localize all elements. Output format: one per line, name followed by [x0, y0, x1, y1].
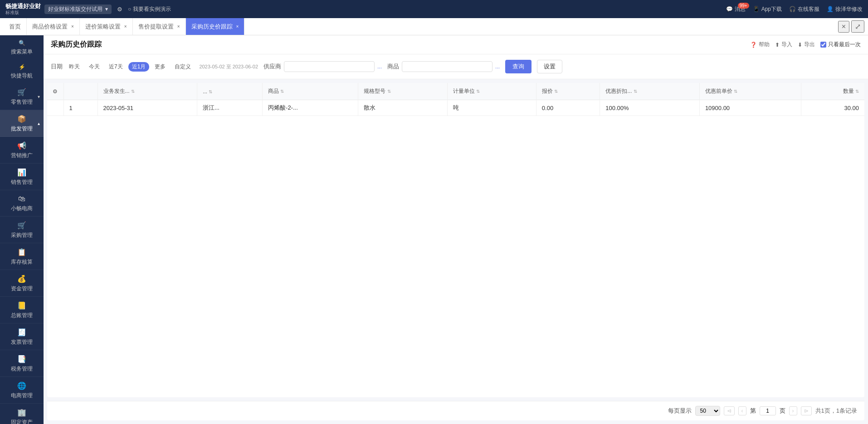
- only-last-checkbox-label[interactable]: 只看最后一次: [820, 41, 861, 48]
- top-bar-right: 💬 消息 99+ 📱 App下载 🎧 在线客服 👤 徐泽华修改: [726, 5, 863, 13]
- sidebar-item-nav[interactable]: ⚡ 快捷导航: [0, 59, 44, 83]
- tab-purchase-strategy-close[interactable]: ×: [124, 24, 127, 29]
- col-more[interactable]: ... ⇅: [197, 83, 263, 100]
- tab-price-label: 商品价格设置: [32, 23, 68, 31]
- tab-maximize-btn[interactable]: ⤢: [851, 20, 864, 33]
- col-unit[interactable]: 计量单位 ⇅: [447, 83, 536, 100]
- sidebar-item-sales[interactable]: 📊 销售管理: [0, 164, 44, 190]
- sidebar-item-small-ecommerce[interactable]: 🛍 小畅电商: [0, 190, 44, 217]
- sidebar-item-finance[interactable]: 💰 资金管理: [0, 270, 44, 297]
- row-biz-date: 2023-05-31: [98, 100, 197, 116]
- purchase-icon: 🛒: [17, 221, 26, 230]
- supplier-more-btn[interactable]: ...: [377, 63, 382, 70]
- goods-input[interactable]: [402, 61, 493, 72]
- sidebar-item-invoice[interactable]: 🧾 发票管理: [0, 323, 44, 350]
- tab-purchase-strategy[interactable]: 进价策略设置 ×: [80, 18, 133, 35]
- export-btn[interactable]: ⬇ 导出: [798, 41, 815, 48]
- sidebar-item-ecommerce[interactable]: 🌐 电商管理: [0, 377, 44, 404]
- date-option-yesterday[interactable]: 昨天: [65, 62, 83, 72]
- sidebar-item-inventory[interactable]: 📋 库存核算: [0, 243, 44, 270]
- tab-sale-extract-close[interactable]: ×: [177, 24, 180, 29]
- page-title: 采购历史价跟踪: [51, 40, 102, 49]
- chevron-up-icon: ▴: [38, 121, 40, 126]
- edition-selector[interactable]: 好业财标准版交付试用 ▾: [44, 5, 112, 14]
- sidebar-ecommerce-label: 电商管理: [11, 392, 33, 400]
- date-option-custom[interactable]: 自定义: [171, 62, 195, 72]
- col-goods[interactable]: 商品 ⇅: [263, 83, 358, 100]
- supplier-filter-group: 供应商 ...: [263, 61, 382, 72]
- demo-btn[interactable]: ○ 我要看实例演示: [128, 5, 171, 13]
- col-pre-discount-price[interactable]: 优惠前单价 ⇅: [699, 83, 801, 100]
- search-icon: 🔍: [19, 40, 25, 46]
- sidebar-retail-label: 零售管理: [11, 98, 33, 106]
- sidebar-item-tax[interactable]: 📑 税务管理: [0, 350, 44, 377]
- tab-history-price-label: 采购历史价跟踪: [191, 23, 233, 31]
- tab-sale-extract[interactable]: 售价提取设置 ×: [133, 18, 186, 35]
- goods-more-btn[interactable]: ...: [495, 63, 500, 70]
- date-option-7days[interactable]: 近7天: [105, 62, 127, 72]
- goods-filter-label: 商品: [387, 63, 399, 71]
- sidebar-finance-label: 资金管理: [11, 285, 33, 293]
- settings-icon-btn[interactable]: ⚙: [115, 4, 124, 14]
- sidebar-item-marketing[interactable]: 📢 营销推广: [0, 137, 44, 164]
- tab-history-price[interactable]: 采购历史价跟踪 ×: [186, 18, 245, 35]
- date-option-1month[interactable]: 近1月: [128, 62, 150, 72]
- row-discount: 100.00%: [600, 100, 700, 116]
- fixed-assets-icon: 🏢: [17, 408, 26, 417]
- demo-label: 我要看实例演示: [133, 5, 171, 13]
- page-prev-btn[interactable]: ‹: [738, 406, 746, 415]
- import-btn[interactable]: ⬆ 导入: [775, 41, 792, 48]
- tax-icon: 📑: [17, 355, 26, 363]
- tab-purchase-strategy-label: 进价策略设置: [85, 23, 121, 31]
- date-option-today[interactable]: 今天: [85, 62, 103, 72]
- user-menu[interactable]: 👤 徐泽华修改: [827, 5, 863, 13]
- sidebar-marketing-label: 营销推广: [11, 152, 33, 159]
- date-option-more[interactable]: 更多: [151, 62, 169, 72]
- col-spec[interactable]: 规格型号 ⇅: [358, 83, 447, 100]
- supplier-input[interactable]: [284, 61, 375, 72]
- tab-home[interactable]: 首页: [4, 18, 27, 35]
- inventory-icon: 📋: [17, 248, 26, 256]
- page-header: 采购历史价跟踪 ❓ 帮助 ⬆ 导入 ⬇ 导出 只看最后一次: [44, 35, 868, 54]
- page-total: 共1页，1条记录: [815, 407, 857, 415]
- accounting-icon: 📒: [17, 301, 26, 310]
- sidebar-item-wholesale[interactable]: 📦 批发管理 ▴: [0, 110, 44, 137]
- tab-history-price-close[interactable]: ×: [236, 24, 239, 29]
- tab-price-close[interactable]: ×: [71, 24, 74, 29]
- col-quote[interactable]: 报价 ⇅: [536, 83, 600, 100]
- page-last-btn[interactable]: ⊳: [801, 406, 812, 415]
- col-biz-date[interactable]: 业务发生... ⇅: [98, 83, 197, 100]
- online-service-btn[interactable]: 🎧 在线客服: [789, 5, 819, 13]
- sidebar-item-fixed-assets[interactable]: 🏢 固定资产: [0, 404, 44, 424]
- filter-settings-btn[interactable]: 设置: [537, 60, 562, 73]
- col-quantity[interactable]: 数量 ⇅: [801, 83, 864, 100]
- only-last-checkbox[interactable]: [820, 42, 826, 48]
- col-discount[interactable]: 优惠折扣... ⇅: [600, 83, 700, 100]
- page-first-btn[interactable]: ⊲: [724, 406, 735, 415]
- help-btn[interactable]: ❓ 帮助: [750, 41, 770, 48]
- tab-close-window-btn[interactable]: ×: [838, 21, 849, 33]
- query-btn[interactable]: 查询: [505, 60, 532, 73]
- message-icon: 💬: [726, 6, 733, 12]
- messages-btn[interactable]: 💬 消息 99+: [726, 5, 746, 13]
- per-page-select[interactable]: 10 20 50 100: [695, 406, 720, 416]
- app-edition: 标准版: [5, 10, 41, 15]
- headset-icon: 🎧: [789, 6, 796, 12]
- table-header-row: ⚙ 业务发生... ⇅ ... ⇅ 商品 ⇅: [47, 83, 864, 100]
- sidebar-item-accounting[interactable]: 📒 总账管理: [0, 297, 44, 323]
- sidebar-item-purchase[interactable]: 🛒 采购管理: [0, 217, 44, 243]
- sidebar-item-retail[interactable]: 🛒 零售管理 ▾: [0, 83, 44, 110]
- sidebar-nav-label: 快捷导航: [11, 72, 33, 80]
- sort-goods-icon: ⇅: [280, 89, 284, 94]
- row-spec: 散水: [358, 100, 447, 116]
- tab-price[interactable]: 商品价格设置 ×: [27, 18, 80, 35]
- page-next-btn[interactable]: ›: [789, 406, 797, 415]
- col-gear[interactable]: ⚙: [47, 83, 63, 100]
- finance-icon: 💰: [17, 275, 26, 283]
- col-index: [63, 83, 98, 100]
- sidebar-item-search[interactable]: 🔍 搜索菜单: [0, 35, 44, 59]
- page-input[interactable]: [760, 406, 776, 415]
- invoice-icon: 🧾: [17, 328, 26, 337]
- ecommerce-icon: 🌐: [17, 381, 26, 390]
- app-download-btn[interactable]: 📱 App下载: [753, 5, 782, 13]
